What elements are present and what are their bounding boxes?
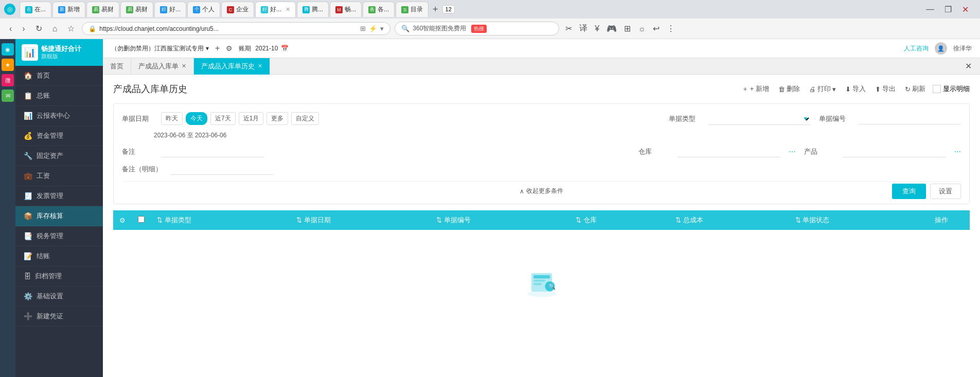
settings-browser-btn[interactable]: ⋮ (665, 23, 677, 34)
warehouse-input[interactable] (678, 146, 780, 157)
sidebar-item-invoice[interactable]: 🧾 发票管理 (15, 186, 103, 206)
translate-btn[interactable]: 译 (577, 22, 590, 35)
sidebar-item-settlement[interactable]: 📝 结账 (15, 246, 103, 266)
tab-item[interactable]: 易 易财 (120, 2, 153, 17)
table-settings-icon[interactable]: ⚙ (119, 217, 126, 224)
product-input[interactable] (843, 146, 946, 157)
sidebar-item-salary[interactable]: 💼 工资 (15, 166, 103, 186)
col-bill-date[interactable]: ⇅ 单据日期 (290, 210, 430, 230)
sidebar-item-fixed-assets[interactable]: 🔧 固定资产 (15, 146, 103, 166)
display-toggle[interactable]: 显示明细 (933, 84, 970, 94)
tab-item[interactable]: M 畅... (330, 2, 362, 17)
org-selector[interactable]: （勿删勿禁用）江西服宝测试专用 ▾ (111, 44, 209, 53)
display-checkbox[interactable] (933, 85, 941, 93)
refresh-btn[interactable]: ↻ 刷新 (903, 83, 928, 95)
window-close-btn[interactable]: ✕ (959, 4, 972, 15)
date-today-btn[interactable]: 今天 (186, 112, 207, 125)
col-bill-status[interactable]: ⇅ 单据状态 (789, 210, 929, 230)
new-tab-button[interactable]: + (430, 4, 441, 15)
sidebar-logo-sub: 旗舰版 (41, 52, 81, 60)
select-all-checkbox[interactable] (138, 216, 145, 223)
bill-no-input[interactable] (858, 113, 961, 124)
window-restore-btn[interactable]: ❐ (941, 4, 955, 15)
print-btn[interactable]: 🖨 打印 ▾ (807, 83, 838, 95)
search-bar[interactable]: 🔍 360智能抠图免费用 热搜 (395, 22, 559, 35)
tab-item[interactable]: 在 在... (20, 2, 51, 17)
collapse-btn[interactable]: ∧ 收起更多条件 (520, 187, 563, 195)
col-warehouse[interactable]: ⇅ 仓库 (569, 210, 669, 230)
tab-history[interactable]: 产成品入库单历史 ✕ (194, 58, 270, 75)
filter-settings-btn[interactable]: 设置 (930, 184, 961, 199)
delete-btn[interactable]: 🗑 删除 (776, 83, 802, 95)
tab-list[interactable]: 产成品入库单 ✕ (131, 58, 194, 75)
home-button[interactable]: ⌂ (49, 23, 61, 34)
tab-item[interactable]: S 目录 (396, 2, 429, 17)
col-checkbox[interactable] (132, 210, 151, 230)
sidebar-item-basic-settings[interactable]: ⚙️ 基础设置 (15, 286, 103, 307)
print-dropdown-icon[interactable]: ▾ (832, 85, 836, 93)
date-custom-btn[interactable]: 自定义 (291, 112, 319, 125)
sidebar-item-home[interactable]: 🏠 首页 (15, 66, 103, 86)
breadcrumb-home[interactable]: 首页 (103, 58, 131, 75)
forward-button[interactable]: › (19, 23, 28, 34)
window-minimize-btn[interactable]: — (923, 4, 937, 15)
tab-label: 在... (34, 5, 46, 14)
app-icon-mail[interactable]: ✉ (2, 89, 14, 102)
tab-item[interactable]: 腾 腾... (297, 2, 329, 17)
tab-item[interactable]: 各 各... (363, 2, 395, 17)
tab-item-active[interactable]: 好 好... ✕ (255, 2, 296, 17)
panel-close-btn[interactable]: ✕ (965, 61, 972, 71)
app-icon-main[interactable]: ◉ (2, 43, 14, 56)
col-settings[interactable]: ⚙ (113, 210, 132, 230)
sidebar-item-ledger[interactable]: 📋 总账 (15, 86, 103, 106)
product-picker-btn[interactable]: ··· (954, 147, 961, 156)
tab-item[interactable]: 易 易财 (86, 2, 119, 17)
date-more-btn[interactable]: 更多 (266, 112, 288, 125)
add-btn[interactable]: ＋ + 新增 (740, 83, 771, 95)
tab-close-btn[interactable]: ✕ (286, 6, 290, 13)
add-org-btn[interactable]: + (215, 44, 220, 53)
grid-view-btn[interactable]: ⊞ (622, 23, 633, 34)
date-7days-btn[interactable]: 近7天 (210, 112, 236, 125)
tab-item[interactable]: 新 新增 (52, 2, 85, 17)
import-btn[interactable]: ⬇ 导入 (843, 83, 868, 95)
brightness-btn[interactable]: ☼ (636, 23, 648, 34)
date-yesterday-btn[interactable]: 昨天 (161, 112, 183, 125)
tab-item[interactable]: 好 好... (154, 2, 186, 17)
refresh-button[interactable]: ↻ (32, 23, 45, 34)
currency-btn[interactable]: ¥ (593, 23, 601, 34)
sidebar-item-inventory[interactable]: 📦 库存核算 (15, 206, 103, 226)
sidebar-item-tax[interactable]: 📑 税务管理 (15, 226, 103, 246)
user-service-link[interactable]: 人工咨询 (904, 44, 929, 53)
bill-type-select[interactable] (708, 113, 811, 125)
col-bill-type[interactable]: ⇅ 单据类型 (151, 210, 290, 230)
warehouse-picker-btn[interactable]: ··· (789, 147, 795, 156)
tab-list-close[interactable]: ✕ (182, 63, 186, 69)
browser-menu-icon[interactable]: ◎ (4, 4, 15, 15)
address-bar[interactable]: 🔒 https://cloud.chanjet.com/accounting/u… (82, 22, 390, 35)
org-settings-btn[interactable]: ⚙ (226, 44, 233, 52)
remark-detail-input[interactable] (170, 164, 273, 175)
app-icon-weibo[interactable]: 微 (2, 74, 14, 86)
sidebar-item-fund[interactable]: 💰 资金管理 (15, 126, 103, 146)
game-btn[interactable]: 🎮 (604, 23, 619, 34)
history-btn[interactable]: ↩ (651, 23, 662, 34)
app-icon-star[interactable]: ★ (2, 59, 14, 71)
date-1month-btn[interactable]: 近1月 (239, 112, 264, 125)
dropdown-icon[interactable]: ▾ (380, 25, 384, 32)
tab-history-close[interactable]: ✕ (258, 63, 262, 69)
col-bill-no[interactable]: ⇅ 单据编号 (430, 210, 569, 230)
calendar-icon[interactable]: 📅 (281, 45, 289, 52)
sidebar-item-report[interactable]: 📊 云报表中心 (15, 106, 103, 126)
sidebar-item-new-bill[interactable]: ➕ 新建凭证 (15, 307, 103, 327)
tab-item[interactable]: 个 个人 (187, 2, 220, 17)
back-button[interactable]: ‹ (6, 23, 15, 34)
remark-input[interactable] (161, 146, 264, 157)
export-btn[interactable]: ⬆ 导出 (873, 83, 898, 95)
scissors-btn[interactable]: ✂ (563, 23, 574, 34)
col-total-cost[interactable]: ⇅ 总成本 (669, 210, 789, 230)
bookmark-button[interactable]: ☆ (64, 23, 78, 34)
query-btn[interactable]: 查询 (892, 184, 926, 199)
sidebar-item-archive[interactable]: 🗄 归档管理 (15, 266, 103, 286)
tab-item[interactable]: C 企业 (221, 2, 254, 17)
